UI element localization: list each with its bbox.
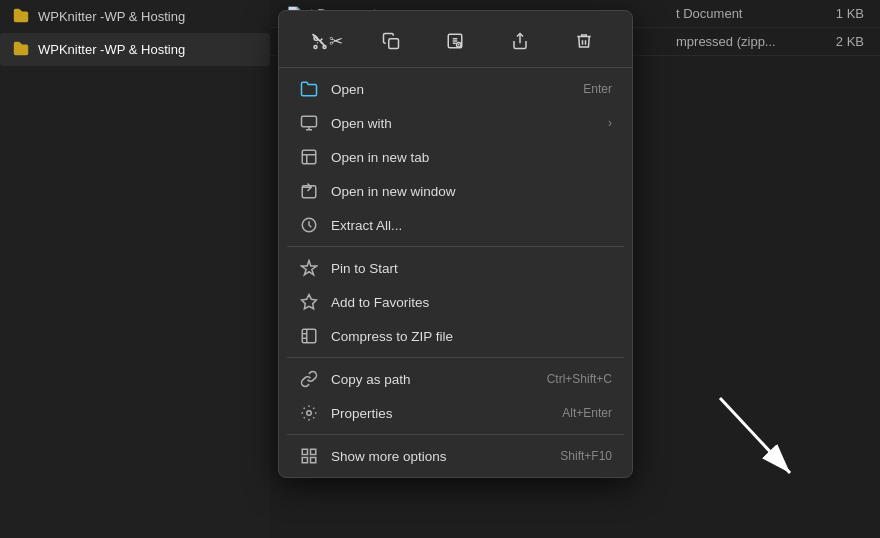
- svg-rect-17: [302, 329, 316, 343]
- share-button[interactable]: [502, 23, 538, 59]
- sidebar-item-1[interactable]: WPKnitter -WP & Hosting: [0, 0, 270, 33]
- cut-icon: ✂: [329, 31, 343, 52]
- svg-rect-4: [389, 39, 399, 49]
- open-label: Open: [331, 82, 571, 97]
- context-toolbar: ✂: [279, 15, 632, 68]
- sidebar-item-2[interactable]: WPKnitter -WP & Hosting: [0, 33, 270, 66]
- pin-start-icon: [299, 258, 319, 278]
- context-menu: ✂: [278, 10, 633, 478]
- open-with-arrow: ›: [608, 116, 612, 130]
- properties-icon: [299, 403, 319, 423]
- svg-rect-20: [311, 449, 316, 454]
- copy-path-label: Copy as path: [331, 372, 535, 387]
- add-favorites-icon: [299, 292, 319, 312]
- svg-point-2: [314, 46, 317, 49]
- open-with-icon: [299, 113, 319, 133]
- sidebar: WPKnitter -WP & Hosting WPKnitter -WP & …: [0, 0, 270, 538]
- menu-item-open-with[interactable]: Open with ›: [283, 106, 628, 140]
- svg-rect-22: [302, 458, 307, 463]
- copy-icon: [382, 32, 400, 50]
- svg-rect-8: [302, 116, 317, 127]
- svg-rect-19: [302, 449, 307, 454]
- file-size-1: 1 KB: [804, 6, 864, 21]
- svg-rect-21: [311, 458, 316, 463]
- menu-item-properties[interactable]: Properties Alt+Enter: [283, 396, 628, 430]
- show-more-shortcut: Shift+F10: [560, 449, 612, 463]
- menu-item-pin-start[interactable]: Pin to Start: [283, 251, 628, 285]
- show-more-icon: [299, 446, 319, 466]
- folder-icon-1: [12, 6, 30, 27]
- copy-path-shortcut: Ctrl+Shift+C: [547, 372, 612, 386]
- compress-zip-icon: [299, 326, 319, 346]
- separator-1: [287, 246, 624, 247]
- copy-button[interactable]: [373, 23, 409, 59]
- show-more-label: Show more options: [331, 449, 548, 464]
- delete-icon: [575, 32, 593, 50]
- open-with-label: Open with: [331, 116, 596, 131]
- open-shortcut: Enter: [583, 82, 612, 96]
- delete-button[interactable]: [566, 23, 602, 59]
- open-new-window-label: Open in new window: [331, 184, 612, 199]
- add-favorites-label: Add to Favorites: [331, 295, 612, 310]
- open-new-window-icon: [299, 181, 319, 201]
- cut-button[interactable]: ✂: [309, 23, 345, 59]
- sidebar-label-2: WPKnitter -WP & Hosting: [38, 42, 185, 57]
- folder-icon-2: [12, 39, 30, 60]
- file-type-2: mpressed (zipp...: [676, 34, 796, 49]
- open-new-tab-label: Open in new tab: [331, 150, 612, 165]
- menu-item-show-more[interactable]: Show more options Shift+F10: [283, 439, 628, 473]
- menu-item-add-favorites[interactable]: Add to Favorites: [283, 285, 628, 319]
- svg-marker-16: [302, 295, 317, 309]
- menu-item-compress-zip[interactable]: Compress to ZIP file: [283, 319, 628, 353]
- file-size-2: 2 KB: [804, 34, 864, 49]
- ai-button[interactable]: [437, 23, 473, 59]
- svg-rect-11: [302, 150, 316, 164]
- menu-item-extract-all[interactable]: Extract All...: [283, 208, 628, 242]
- extract-all-label: Extract All...: [331, 218, 612, 233]
- properties-shortcut: Alt+Enter: [562, 406, 612, 420]
- ai-icon: [446, 32, 464, 50]
- copy-path-icon: [299, 369, 319, 389]
- open-icon: [299, 79, 319, 99]
- separator-3: [287, 434, 624, 435]
- pin-start-label: Pin to Start: [331, 261, 612, 276]
- extract-all-icon: [299, 215, 319, 235]
- svg-point-18: [307, 411, 312, 416]
- menu-item-copy-path[interactable]: Copy as path Ctrl+Shift+C: [283, 362, 628, 396]
- file-type-1: t Document: [676, 6, 796, 21]
- separator-2: [287, 357, 624, 358]
- sidebar-label-1: WPKnitter -WP & Hosting: [38, 9, 185, 24]
- menu-item-open[interactable]: Open Enter: [283, 72, 628, 106]
- share-icon: [511, 32, 529, 50]
- menu-item-open-new-window[interactable]: Open in new window: [283, 174, 628, 208]
- open-new-tab-icon: [299, 147, 319, 167]
- compress-zip-label: Compress to ZIP file: [331, 329, 612, 344]
- properties-label: Properties: [331, 406, 550, 421]
- menu-item-open-new-tab[interactable]: Open in new tab: [283, 140, 628, 174]
